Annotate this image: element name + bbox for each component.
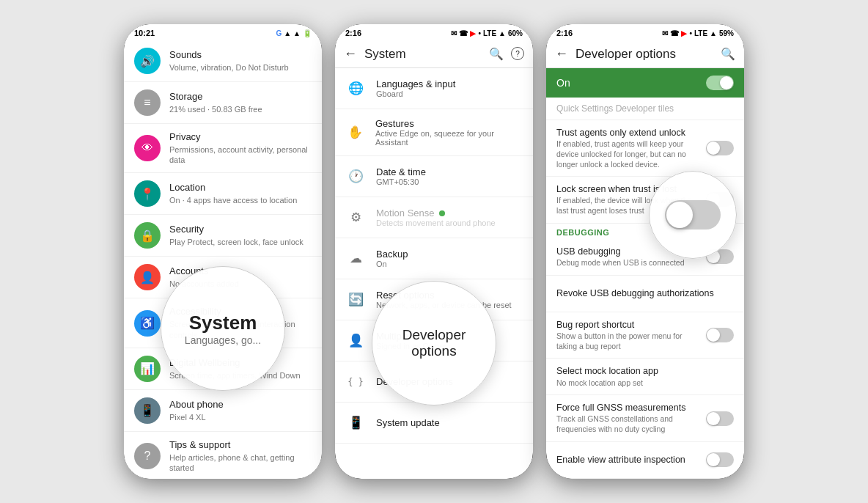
devops-icon: { } bbox=[345, 377, 366, 387]
list-item[interactable]: 📍 Location On · 4 apps have access to lo… bbox=[124, 173, 322, 215]
call-icon: ☎ bbox=[459, 29, 468, 37]
wifi-icon: ▲ bbox=[293, 29, 301, 37]
item-sub: Help articles, phone & chat, getting sta… bbox=[169, 452, 312, 474]
dev-header: ← Developer options 🔍 bbox=[546, 40, 744, 68]
phone-3: 2:16 ✉ ☎ ▶ • LTE ▲ 59% ← Developer optio… bbox=[546, 24, 744, 479]
quick-settings-item[interactable]: Quick Settings Developer tiles bbox=[546, 98, 744, 120]
phone-1: 10:21 G ▲ ▲ 🔋 🔊 Sounds Volume, vibration… bbox=[124, 24, 322, 479]
signal-icon: ▲ bbox=[284, 29, 291, 37]
item-title: Sounds bbox=[169, 49, 312, 62]
list-item[interactable]: ? Tips & support Help articles, phone & … bbox=[124, 432, 322, 479]
back-button-3[interactable]: ← bbox=[555, 46, 568, 62]
magnify-sub: Languages, go... bbox=[185, 334, 261, 346]
system-title: System bbox=[364, 47, 489, 62]
search-button-3[interactable]: 🔍 bbox=[721, 47, 735, 61]
item-title: Storage bbox=[169, 91, 312, 103]
help-button-2[interactable]: ? bbox=[511, 47, 524, 60]
item-sub: 21% used · 50.83 GB free bbox=[169, 104, 312, 114]
status-time-3: 2:16 bbox=[556, 29, 573, 37]
phone-2: 2:16 ✉ ☎ ▶ • LTE ▲ 60% ← System 🔍 ? bbox=[335, 24, 533, 479]
sys-sub: On bbox=[376, 260, 408, 268]
item-sub: Volume, vibration, Do Not Disturb bbox=[169, 62, 312, 73]
status-icons-2: ✉ ☎ ▶ • LTE ▲ 60% bbox=[451, 29, 523, 37]
dev-item-sub: If enabled, trust agents will keep your … bbox=[556, 139, 700, 169]
list-item[interactable]: 👁 Privacy Permissions, account activity,… bbox=[124, 124, 322, 173]
item-title: Location bbox=[169, 182, 312, 194]
bug-report-title: Bug report shortcut bbox=[556, 319, 700, 331]
gnss-toggle[interactable] bbox=[706, 411, 734, 426]
datetime-icon: 🕐 bbox=[345, 169, 366, 184]
magnify-title-2: Developer options bbox=[372, 327, 496, 359]
dev-list-item[interactable]: Trust agents only extend unlock If enabl… bbox=[546, 120, 744, 177]
dot-icon3: • bbox=[689, 29, 692, 37]
bug-report-toggle[interactable] bbox=[706, 328, 734, 342]
sys-title: Languages & input bbox=[376, 78, 455, 89]
sys-sub: GMT+05:30 bbox=[376, 177, 426, 186]
view-attr-item[interactable]: Enable view attribute inspection bbox=[546, 442, 744, 479]
location-icon: 📍 bbox=[134, 180, 161, 207]
view-attr-title: Enable view attribute inspection bbox=[556, 454, 700, 466]
system-header: ← System 🔍 ? bbox=[335, 40, 533, 68]
phone-3-screen: 2:16 ✉ ☎ ▶ • LTE ▲ 59% ← Developer optio… bbox=[546, 24, 744, 479]
item-title: Tips & support bbox=[169, 439, 312, 452]
sys-sub: Active Edge on, squeeze for your Assista… bbox=[375, 129, 523, 147]
call-icon3: ☎ bbox=[670, 29, 679, 37]
google-icon: G bbox=[276, 29, 282, 37]
backup-icon: ☁ bbox=[345, 251, 366, 266]
item-sub: Play Protect, screen lock, face unlock bbox=[169, 237, 312, 247]
bug-report-item[interactable]: Bug report shortcut Show a button in the… bbox=[546, 312, 744, 359]
status-bar-1: 10:21 G ▲ ▲ 🔋 bbox=[124, 24, 322, 40]
item-title: Security bbox=[169, 224, 312, 236]
item-sub: Permissions, account activity, personal … bbox=[169, 144, 312, 166]
list-item[interactable]: 📱 About phone Pixel 4 XL bbox=[124, 390, 322, 432]
status-bar-2: 2:16 ✉ ☎ ▶ • LTE ▲ 60% bbox=[335, 24, 533, 40]
signal-icon3: ▲ bbox=[710, 29, 717, 37]
storage-icon: ≡ bbox=[134, 89, 161, 116]
reset-icon: 🔄 bbox=[345, 292, 366, 307]
list-item[interactable]: ☁ Backup On bbox=[335, 238, 533, 279]
dot-icon: • bbox=[478, 29, 481, 37]
privacy-icon: 👁 bbox=[134, 135, 161, 161]
list-item[interactable]: ⚙ Motion Sense Detects movement around p… bbox=[335, 197, 533, 238]
list-item[interactable]: 📱 System update bbox=[335, 403, 533, 444]
msg-icon: ✉ bbox=[451, 29, 457, 37]
revoke-item[interactable]: Revoke USB debugging authorizations bbox=[546, 276, 744, 312]
list-item[interactable]: ≡ Storage 21% used · 50.83 GB free bbox=[124, 82, 322, 124]
status-icons-3: ✉ ☎ ▶ • LTE ▲ 59% bbox=[662, 29, 734, 37]
list-item[interactable]: 🕐 Date & time GMT+05:30 bbox=[335, 156, 533, 197]
sys-title: Date & time bbox=[376, 166, 426, 177]
search-button-2[interactable]: 🔍 bbox=[489, 47, 504, 61]
mock-sub: No mock location app set bbox=[556, 378, 734, 389]
msg-icon3: ✉ bbox=[662, 29, 668, 37]
green-dot bbox=[439, 210, 445, 216]
list-item[interactable]: ✋ Gestures Active Edge on, squeeze for y… bbox=[335, 109, 533, 156]
magnify-title: System bbox=[189, 312, 257, 334]
list-item[interactable]: 🔊 Sounds Volume, vibration, Do Not Distu… bbox=[124, 40, 322, 82]
sounds-icon: 🔊 bbox=[134, 48, 161, 74]
status-icons-1: G ▲ ▲ 🔋 bbox=[276, 29, 312, 37]
dev-title: Quick Settings Developer tiles bbox=[556, 103, 734, 114]
battery-icon: 🔋 bbox=[303, 29, 312, 37]
sys-title: Backup bbox=[376, 249, 408, 260]
sys-sub: Detects movement around phone bbox=[376, 219, 496, 227]
sys-title: Gestures bbox=[375, 118, 523, 129]
status-time-2: 2:16 bbox=[345, 29, 361, 37]
dev-options-title: Developer options bbox=[575, 47, 721, 62]
accounts-icon: 👤 bbox=[134, 264, 161, 290]
magnified-toggle[interactable] bbox=[665, 200, 721, 230]
dev-content: Quick Settings Developer tiles Trust age… bbox=[546, 98, 744, 479]
gnss-item[interactable]: Force full GNSS measurements Track all G… bbox=[546, 395, 744, 442]
dev-on-toggle[interactable] bbox=[706, 76, 734, 90]
trust-agents-toggle[interactable] bbox=[706, 141, 734, 155]
gnss-sub: Track all GNSS constellations and freque… bbox=[556, 414, 700, 434]
dev-on-bar: On bbox=[546, 68, 744, 98]
back-button-2[interactable]: ← bbox=[344, 46, 357, 62]
phone-2-screen: 2:16 ✉ ☎ ▶ • LTE ▲ 60% ← System 🔍 ? bbox=[335, 24, 533, 479]
yt-icon3: ▶ bbox=[681, 29, 687, 37]
list-item[interactable]: 🔒 Security Play Protect, screen lock, fa… bbox=[124, 215, 322, 257]
sys-sub: Gboard bbox=[376, 89, 455, 98]
mock-location-item[interactable]: Select mock location app No mock locatio… bbox=[546, 359, 744, 395]
list-item[interactable]: 🌐 Languages & input Gboard bbox=[335, 68, 533, 109]
view-attr-toggle[interactable] bbox=[706, 452, 734, 467]
sys-title: Motion Sense bbox=[376, 208, 496, 219]
